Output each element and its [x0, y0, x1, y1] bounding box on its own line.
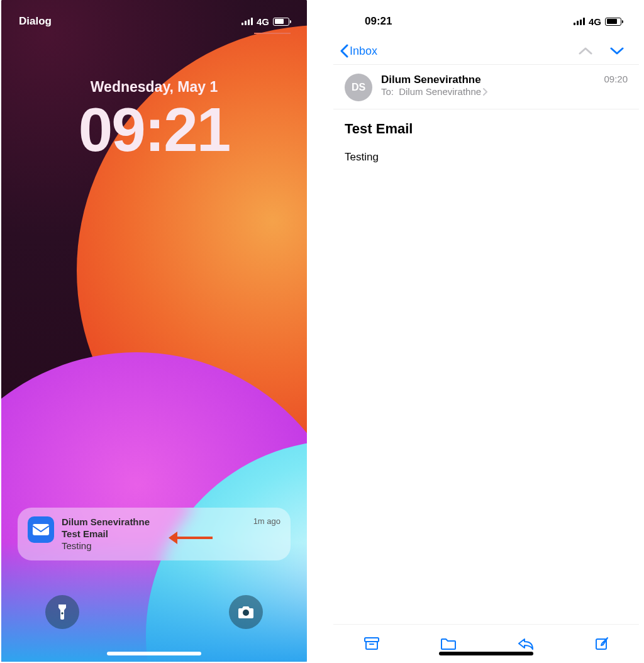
svg-rect-0	[33, 524, 49, 535]
notification-preview: Testing	[62, 540, 246, 552]
camera-button[interactable]	[229, 595, 263, 629]
battery-icon	[273, 18, 289, 26]
previous-message-button[interactable]	[579, 47, 592, 55]
sender-avatar[interactable]: DS	[345, 74, 372, 101]
message-subject: Test Email	[333, 109, 639, 137]
nav-bar: Inbox	[333, 33, 639, 65]
lock-time: 09:21	[1, 94, 307, 165]
status-bar: Dialog 4G	[1, 0, 307, 33]
cellular-signal-icon	[574, 18, 585, 25]
recipient-name: Dilum Senevirathne	[399, 86, 481, 97]
notification-sender: Dilum Senevirathne	[62, 516, 246, 528]
mail-app-icon	[28, 516, 54, 543]
notification-text: Dilum Senevirathne Test Email Testing	[62, 516, 246, 552]
reply-button[interactable]	[517, 636, 535, 651]
status-icons: 4G	[242, 16, 289, 27]
status-time: 09:21	[365, 15, 392, 28]
next-message-button[interactable]	[610, 47, 624, 55]
home-indicator[interactable]	[107, 652, 201, 655]
cellular-signal-icon	[242, 18, 253, 25]
notification-subject: Test Email	[62, 528, 246, 540]
battery-icon	[605, 18, 621, 26]
message-header[interactable]: DS Dilum Senevirathne To: Dilum Senevira…	[333, 65, 639, 109]
status-bar: 09:21 4G	[333, 0, 639, 33]
message-body: Testing	[333, 137, 639, 177]
svg-point-1	[61, 612, 63, 614]
notification-time: 1m ago	[253, 516, 280, 552]
lock-date: Wednesday, May 1	[1, 79, 307, 96]
lock-screen: Dialog 4G Wednesday, May 1 09:21 Dilum S…	[1, 0, 307, 662]
carrier-label: Dialog	[19, 15, 52, 28]
svg-rect-4	[366, 642, 377, 649]
status-icons: 4G	[574, 16, 621, 27]
recipient-line[interactable]: To: Dilum Senevirathne	[381, 86, 487, 97]
carrier-underline	[254, 33, 291, 34]
camera-icon	[237, 605, 255, 619]
flashlight-button[interactable]	[45, 595, 79, 629]
home-indicator[interactable]	[439, 652, 533, 655]
flashlight-icon	[55, 603, 69, 621]
network-label: 4G	[589, 16, 601, 27]
svg-point-2	[243, 610, 249, 616]
chevron-left-icon	[340, 44, 348, 58]
bottom-toolbar	[333, 624, 639, 662]
move-button[interactable]	[440, 637, 457, 650]
network-label: 4G	[257, 16, 269, 27]
sender-name[interactable]: Dilum Senevirathne	[381, 74, 487, 86]
archive-button[interactable]	[364, 636, 380, 651]
to-label: To:	[381, 86, 394, 97]
back-label: Inbox	[350, 45, 377, 58]
message-time: 09:20	[604, 74, 628, 84]
back-button[interactable]: Inbox	[340, 44, 377, 58]
mail-notification[interactable]: Dilum Senevirathne Test Email Testing 1m…	[18, 508, 291, 560]
mail-app: 09:21 4G Inbox DS Dilum Senevirathne To:…	[333, 0, 639, 662]
compose-button[interactable]	[594, 636, 609, 651]
chevron-right-icon	[482, 88, 487, 96]
prev-next-controls	[579, 47, 629, 55]
